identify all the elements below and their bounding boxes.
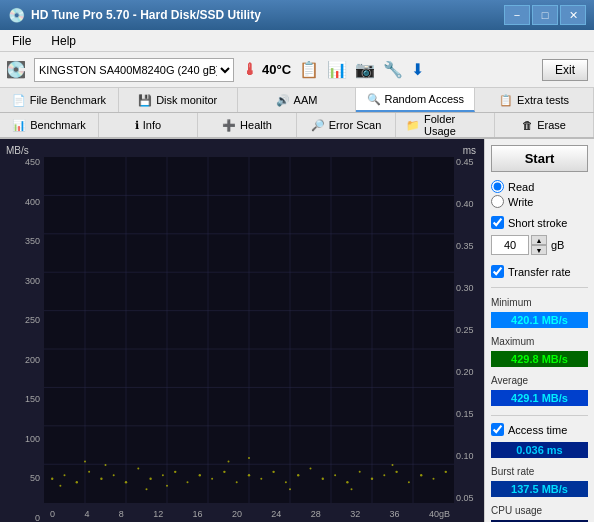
x-label-4: 4 xyxy=(84,509,89,519)
read-write-radio-group: Read Write xyxy=(491,180,588,208)
spin-down-button[interactable]: ▼ xyxy=(531,245,547,255)
tab-erase[interactable]: 🗑 Erase xyxy=(495,113,594,137)
menu-help[interactable]: Help xyxy=(43,32,84,50)
x-label-36: 36 xyxy=(390,509,400,519)
toolbar-icon-4: 🔧 xyxy=(383,60,403,79)
spin-unit-label: gB xyxy=(551,239,564,251)
chart-y-label-ms: ms xyxy=(463,145,476,156)
write-radio[interactable]: Write xyxy=(491,195,588,208)
tab-error-scan[interactable]: 🔎 Error Scan xyxy=(297,113,396,137)
start-button[interactable]: Start xyxy=(491,145,588,172)
svg-point-41 xyxy=(334,474,336,476)
exit-button[interactable]: Exit xyxy=(542,59,588,81)
tab-disk-monitor[interactable]: 💾 Disk monitor xyxy=(119,88,238,112)
y-label-right-040: 0.40 xyxy=(454,199,484,209)
chart-svg xyxy=(44,157,454,503)
toolbar-icon-2: 📊 xyxy=(327,60,347,79)
svg-point-53 xyxy=(248,457,250,459)
tab-extra-tests[interactable]: 📋 Extra tests xyxy=(475,88,594,112)
svg-point-21 xyxy=(88,471,90,473)
short-stroke-checkbox[interactable]: Short stroke xyxy=(491,216,588,229)
spin-buttons: ▲ ▼ xyxy=(531,235,547,255)
y-label-250: 250 xyxy=(0,315,44,325)
svg-point-52 xyxy=(146,488,148,490)
svg-point-58 xyxy=(228,460,230,462)
access-time-checkbox[interactable]: Access time xyxy=(491,423,588,436)
svg-point-39 xyxy=(310,467,312,469)
svg-point-47 xyxy=(408,481,410,483)
svg-point-31 xyxy=(211,478,213,480)
extra-tests-icon: 📋 xyxy=(499,94,513,107)
tabs-row-2: 📊 Benchmark ℹ Info ➕ Health 🔎 Error Scan… xyxy=(0,113,594,138)
average-value: 429.1 MB/s xyxy=(491,390,588,406)
maximize-button[interactable]: □ xyxy=(532,5,558,25)
svg-point-55 xyxy=(59,485,61,487)
disk-selector[interactable]: KINGSTON SA400M8240G (240 gB) xyxy=(34,58,234,82)
svg-point-25 xyxy=(137,467,139,469)
x-label-20: 20 xyxy=(232,509,242,519)
tab-health[interactable]: ➕ Health xyxy=(198,113,297,137)
svg-point-50 xyxy=(445,471,447,473)
tabs-row-1: 📄 File Benchmark 💾 Disk monitor 🔊 AAM 🔍 … xyxy=(0,88,594,113)
read-radio[interactable]: Read xyxy=(491,180,588,193)
benchmark-icon: 📊 xyxy=(12,119,26,132)
transfer-rate-checkbox[interactable]: Transfer rate xyxy=(491,265,588,278)
tab-benchmark[interactable]: 📊 Benchmark xyxy=(0,113,99,137)
svg-point-26 xyxy=(149,478,151,480)
close-button[interactable]: ✕ xyxy=(560,5,586,25)
tab-info[interactable]: ℹ Info xyxy=(99,113,198,137)
x-label-40: 40gB xyxy=(429,509,450,519)
divider-1 xyxy=(491,287,588,288)
transfer-rate-checkbox-input[interactable] xyxy=(491,265,504,278)
y-label-0: 0 xyxy=(0,513,44,522)
svg-point-19 xyxy=(64,474,66,476)
menu-file[interactable]: File xyxy=(4,32,39,50)
access-time-checkbox-input[interactable] xyxy=(491,423,504,436)
minimize-button[interactable]: − xyxy=(504,5,530,25)
erase-icon: 🗑 xyxy=(522,119,533,131)
window-title: HD Tune Pro 5.70 - Hard Disk/SSD Utility xyxy=(31,8,261,22)
spin-up-button[interactable]: ▲ xyxy=(531,235,547,245)
thermometer-icon: 🌡 xyxy=(242,61,258,79)
svg-point-30 xyxy=(199,474,201,476)
y-label-right-005: 0.05 xyxy=(454,493,484,503)
sidebar: Start Read Write Short stroke ▲ ▼ gB xyxy=(484,139,594,522)
short-stroke-spin-row: ▲ ▼ gB xyxy=(491,235,588,255)
y-label-right-030: 0.30 xyxy=(454,283,484,293)
chart-area: MB/s ms 450 400 350 300 250 200 150 100 … xyxy=(0,139,484,522)
svg-point-42 xyxy=(346,481,348,483)
read-radio-input[interactable] xyxy=(491,180,504,193)
y-label-right-015: 0.15 xyxy=(454,409,484,419)
file-benchmark-icon: 📄 xyxy=(12,94,26,107)
x-axis: 0 4 8 12 16 20 24 28 32 36 40gB xyxy=(50,509,450,519)
toolbar-icon-1: 📋 xyxy=(299,60,319,79)
random-access-icon: 🔍 xyxy=(367,93,381,106)
svg-point-43 xyxy=(359,471,361,473)
svg-point-57 xyxy=(166,485,168,487)
tab-file-benchmark[interactable]: 📄 File Benchmark xyxy=(0,88,119,112)
svg-point-34 xyxy=(248,474,250,476)
svg-point-35 xyxy=(260,478,262,480)
main-content: MB/s ms 450 400 350 300 250 200 150 100 … xyxy=(0,139,594,522)
svg-point-29 xyxy=(187,481,189,483)
svg-point-18 xyxy=(51,478,53,480)
write-radio-input[interactable] xyxy=(491,195,504,208)
temperature-value: 40°C xyxy=(262,62,291,77)
y-label-450: 450 xyxy=(0,157,44,167)
x-label-28: 28 xyxy=(311,509,321,519)
y-axis-right: 0.45 0.40 0.35 0.30 0.25 0.20 0.15 0.10 … xyxy=(454,157,484,503)
tab-aam[interactable]: 🔊 AAM xyxy=(238,88,357,112)
error-scan-icon: 🔎 xyxy=(311,119,325,132)
svg-point-40 xyxy=(322,478,324,480)
svg-point-20 xyxy=(76,481,78,483)
svg-point-32 xyxy=(223,471,225,473)
tab-folder-usage[interactable]: 📁 Folder Usage xyxy=(396,113,495,137)
short-stroke-input[interactable] xyxy=(491,235,529,255)
toolbar-icon-3: 📷 xyxy=(355,60,375,79)
x-label-32: 32 xyxy=(350,509,360,519)
short-stroke-checkbox-input[interactable] xyxy=(491,216,504,229)
y-label-200: 200 xyxy=(0,355,44,365)
tab-random-access[interactable]: 🔍 Random Access xyxy=(356,88,475,112)
svg-point-23 xyxy=(113,474,115,476)
folder-usage-icon: 📁 xyxy=(406,119,420,132)
